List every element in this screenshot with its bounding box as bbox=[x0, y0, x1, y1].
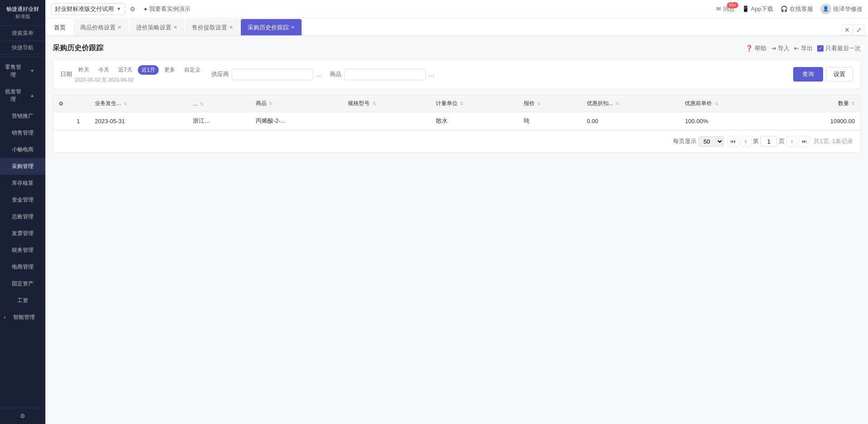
page-number-input[interactable] bbox=[761, 136, 777, 147]
online-service-button[interactable]: 🎧 在线客服 bbox=[780, 5, 813, 13]
sidebar-item-ecommerce-small[interactable]: 小畅电商 bbox=[0, 141, 45, 158]
sidebar-item-purchase[interactable]: 采购管理 bbox=[0, 158, 45, 175]
sidebar-item-invoice[interactable]: 发票管理 bbox=[0, 225, 45, 242]
row-goods: 丙烯酸-2-... bbox=[250, 112, 343, 130]
user-menu-button[interactable]: 👤 徐泽华修改 bbox=[820, 4, 863, 14]
sidebar-quick-nav[interactable]: 快捷导航 bbox=[0, 41, 45, 55]
page-label-unit: 页 bbox=[779, 137, 785, 145]
help-button[interactable]: ❓ 帮助 bbox=[746, 44, 766, 53]
supplier-more-icon[interactable]: ... bbox=[316, 70, 322, 78]
close-icon[interactable]: ✕ bbox=[117, 24, 122, 30]
close-tab-button[interactable]: ✕ bbox=[842, 24, 853, 35]
sidebar-settings-button[interactable]: ⚙ bbox=[0, 408, 45, 424]
sidebar-item-tax[interactable]: 税务管理 bbox=[0, 242, 45, 259]
app-download-button[interactable]: 📱 App下载 bbox=[742, 5, 773, 13]
sort-icon[interactable]: ⇅ bbox=[851, 101, 855, 106]
sidebar-item-general-ledger[interactable]: 总账管理 bbox=[0, 208, 45, 225]
th-quantity: 数量 ⇅ bbox=[780, 95, 860, 112]
filter-settings-button[interactable]: 设置 bbox=[826, 67, 853, 82]
sidebar-item-finance[interactable]: 资金管理 bbox=[0, 192, 45, 208]
sidebar-item-salary[interactable]: 工资 bbox=[0, 292, 45, 309]
settings-icon[interactable]: ⚙ bbox=[130, 5, 136, 13]
gear-icon[interactable]: ⚙ bbox=[59, 101, 63, 107]
date-pill-more[interactable]: 更多 bbox=[161, 65, 179, 75]
last-page-button[interactable]: ⏭ bbox=[799, 136, 810, 147]
tab-sale-price[interactable]: 售价提取设置 ✕ bbox=[185, 19, 240, 35]
tab-home[interactable]: 首页 bbox=[47, 19, 73, 35]
first-page-button[interactable]: ⏮ bbox=[727, 136, 738, 147]
sidebar-item-inventory[interactable]: 库存核算 bbox=[0, 175, 45, 192]
export-button[interactable]: ⇤ 导出 bbox=[794, 44, 813, 53]
sidebar-item-ecommerce[interactable]: 电商管理 bbox=[0, 259, 45, 275]
chevron-down-icon: ▼ bbox=[23, 68, 42, 73]
date-pill-today[interactable]: 今天 bbox=[95, 65, 113, 75]
supplier-input[interactable] bbox=[232, 69, 313, 80]
last-only-checkbox-container[interactable]: ✓ 只看最后一次 bbox=[817, 44, 861, 53]
tab-controls: ✕ ⤢ bbox=[842, 24, 868, 35]
date-pill-7days[interactable]: 近7天 bbox=[115, 65, 136, 75]
sort-icon[interactable]: ⇅ bbox=[200, 101, 204, 106]
date-pill-custom[interactable]: 自定义 bbox=[180, 65, 204, 75]
tab-price[interactable]: 商品价格设置 ✕ bbox=[73, 19, 128, 35]
goods-input[interactable] bbox=[344, 69, 426, 80]
table-header-row: ⚙ 业务发生... ⇅ ... ⇅ 商品 ⇅ bbox=[53, 95, 860, 112]
tab-purchase-strategy-label: 进价策略设置 bbox=[136, 24, 171, 32]
tab-sale-price-label: 售价提取设置 bbox=[192, 24, 227, 32]
date-pill-1month[interactable]: 近1月 bbox=[138, 65, 159, 75]
sidebar-item-fixed-assets[interactable]: 固定资产 bbox=[0, 275, 45, 292]
th-dots: ... ⇅ bbox=[187, 95, 250, 112]
pagination: 每页显示 50 10 20 100 ⏮ ‹ 第 页 › ⏭ bbox=[53, 130, 860, 152]
sort-icon[interactable]: ⇅ bbox=[372, 101, 376, 106]
row-discount: 0.00 bbox=[581, 112, 679, 130]
tab-purchase-strategy[interactable]: 进价策略设置 ✕ bbox=[129, 19, 184, 35]
sidebar-item-wholesale[interactable]: 批发管理 ▲ bbox=[0, 83, 45, 108]
play-icon: ● bbox=[144, 5, 147, 12]
version-selector[interactable]: 好业财标准版交付试用 ▼ bbox=[51, 3, 125, 15]
close-icon[interactable]: ✕ bbox=[229, 24, 233, 30]
per-page-dropdown[interactable]: 50 10 20 100 bbox=[698, 136, 724, 147]
sidebar-logo: 畅捷通好业财 标准版 bbox=[0, 0, 45, 26]
demo-button[interactable]: ● 我要看实例演示 bbox=[144, 5, 190, 13]
date-filter-label: 日期 bbox=[60, 70, 72, 78]
prev-page-button[interactable]: ‹ bbox=[740, 136, 751, 147]
sidebar-item-smart-mgmt[interactable]: 智能管理 bbox=[0, 309, 45, 326]
sidebar-search[interactable]: 搜索菜单 bbox=[0, 26, 45, 41]
app-name: 畅捷通好业财 bbox=[4, 5, 42, 13]
th-unit: 计量单位 ⇅ bbox=[430, 95, 518, 112]
maximize-tab-button[interactable]: ⤢ bbox=[853, 24, 864, 35]
sidebar-item-sales[interactable]: 销售管理 bbox=[0, 125, 45, 141]
sidebar-divider bbox=[0, 57, 45, 57]
last-only-checkbox[interactable]: ✓ bbox=[817, 45, 824, 52]
close-icon[interactable]: ✕ bbox=[173, 24, 177, 30]
page-title: 采购历史价跟踪 bbox=[53, 43, 103, 53]
per-page-label: 每页显示 bbox=[673, 137, 697, 145]
row-quantity: 10900.00 bbox=[780, 112, 860, 130]
filter-actions: 查询 设置 bbox=[793, 67, 853, 82]
import-button[interactable]: ⇥ 导入 bbox=[771, 44, 790, 53]
row-spec bbox=[342, 112, 430, 130]
sidebar-item-marketing[interactable]: 营销推广 bbox=[0, 108, 45, 125]
goods-more-icon[interactable]: ... bbox=[429, 70, 434, 78]
topbar-right: ✉ 消息 99+ 📱 App下载 🎧 在线客服 👤 徐泽华修改 bbox=[716, 4, 863, 14]
import-label: 导入 bbox=[778, 44, 790, 53]
sort-icon[interactable]: ⇅ bbox=[715, 101, 718, 106]
content-area: 采购历史价跟踪 ❓ 帮助 ⇥ 导入 ⇤ 导出 ✓ 只看最后一次 bbox=[45, 36, 868, 424]
headset-icon: 🎧 bbox=[780, 5, 788, 12]
sort-icon[interactable]: ⇅ bbox=[123, 101, 127, 106]
query-button[interactable]: 查询 bbox=[793, 67, 823, 82]
date-pill-yesterday[interactable]: 昨天 bbox=[75, 65, 93, 75]
tab-bar: 首页 商品价格设置 ✕ 进价策略设置 ✕ 售价提取设置 ✕ 采购历史价跟踪 ✕ … bbox=[45, 18, 868, 36]
tab-purchase-history[interactable]: 采购历史价跟踪 ✕ bbox=[241, 19, 302, 35]
close-icon[interactable]: ✕ bbox=[291, 24, 295, 30]
page-nav: ⏮ ‹ 第 页 › ⏭ bbox=[727, 136, 810, 147]
messages-button[interactable]: ✉ 消息 99+ bbox=[716, 5, 735, 13]
sidebar-item-retail[interactable]: 零售管理 ▼ bbox=[0, 59, 45, 83]
table-section: ⚙ 业务发生... ⇅ ... ⇅ 商品 ⇅ bbox=[53, 95, 861, 153]
next-page-button[interactable]: › bbox=[786, 136, 797, 147]
chevron-up-icon: ▲ bbox=[23, 93, 42, 98]
sort-icon[interactable]: ⇅ bbox=[460, 101, 463, 106]
main-area: 好业财标准版交付试用 ▼ ⚙ ● 我要看实例演示 ✉ 消息 99+ 📱 App下… bbox=[45, 0, 868, 424]
sort-icon[interactable]: ⇅ bbox=[537, 101, 541, 106]
sort-icon[interactable]: ⇅ bbox=[615, 101, 619, 106]
sort-icon[interactable]: ⇅ bbox=[269, 101, 273, 106]
